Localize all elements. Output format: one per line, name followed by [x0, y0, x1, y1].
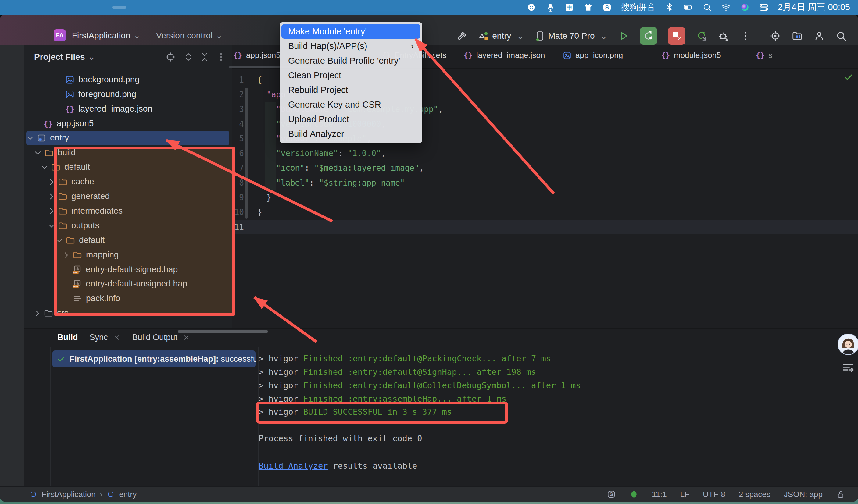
editor-tab-app_icon.png[interactable]: app_icon.png	[562, 51, 623, 60]
editor-tab-s[interactable]: s	[756, 51, 772, 60]
run-configuration-selector[interactable]: entry⌄	[478, 30, 524, 42]
project-view-selector[interactable]: Project Files⌄	[34, 52, 95, 62]
tree-row-foreground.png[interactable]: foreground.png	[25, 87, 232, 102]
panel-options-icon[interactable]	[216, 52, 226, 62]
inspections-ok-icon[interactable]	[843, 72, 854, 82]
assistant-avatar[interactable]	[838, 334, 858, 355]
tree-chevron-icon[interactable]	[33, 309, 42, 318]
build-menu-item-Build Hap(s)/APP(s)[interactable]: Build Hap(s)/APP(s) ›	[282, 39, 420, 53]
tab-label: Build Output	[132, 333, 178, 342]
more-actions-button[interactable]	[740, 30, 751, 42]
menu-bar-clock[interactable]: 2月4日 周三 00:05	[778, 1, 850, 13]
indent-setting[interactable]: 2 spaces	[739, 490, 770, 499]
rerun-button[interactable]	[696, 30, 708, 42]
menu-item[interactable]	[84, 6, 98, 9]
build-panel-tabs: Build Sync Build Output	[57, 333, 190, 342]
tree-row-app.json5[interactable]: app.json5	[25, 116, 232, 131]
file-encoding[interactable]: UTF-8	[703, 490, 725, 499]
status-icon[interactable]	[664, 2, 674, 12]
status-icon[interactable]	[583, 2, 593, 12]
sync-running-button[interactable]	[640, 27, 657, 45]
menu-item[interactable]	[182, 6, 196, 9]
codegenie-icon[interactable]	[607, 490, 616, 499]
caret-position[interactable]: 11:1	[652, 490, 667, 499]
run-button[interactable]	[618, 30, 629, 42]
locate-file-icon[interactable]	[165, 52, 176, 62]
status-icon[interactable]	[721, 2, 731, 12]
menu-item[interactable]	[112, 6, 126, 9]
menu-item[interactable]	[140, 6, 154, 9]
project-name-menu[interactable]: FirstApplication⌄	[72, 31, 141, 40]
module-icon	[29, 490, 37, 498]
close-tab-icon[interactable]	[113, 334, 121, 342]
menu-item[interactable]	[98, 6, 112, 9]
build-panel-tab-Sync[interactable]: Sync	[90, 333, 121, 342]
menu-item[interactable]	[126, 6, 140, 9]
build-menu-item-Upload Product[interactable]: Upload Product	[282, 112, 420, 127]
build-menu-item-Clean Project[interactable]: Clean Project	[282, 68, 420, 83]
menu-item[interactable]	[14, 6, 28, 9]
status-icon[interactable]	[683, 2, 693, 12]
tree-row-layered_image.json[interactable]: layered_image.json	[25, 102, 232, 116]
line-ending[interactable]: LF	[680, 490, 689, 499]
menu-item[interactable]	[154, 6, 168, 9]
build-result-row[interactable]: FirstApplication [entry:assembleHap]: su…	[52, 351, 255, 368]
menu-item[interactable]	[42, 6, 56, 9]
build-menu-item-Generate Key and CSR[interactable]: Generate Key and CSR	[282, 97, 420, 112]
build-menu-item-Generate Build Profile 'entry'[interactable]: Generate Build Profile 'entry'	[282, 53, 420, 68]
status-icon[interactable]	[759, 2, 769, 12]
breadcrumb: FirstApplication › entry	[0, 490, 137, 499]
vcs-menu[interactable]: Version control⌄	[156, 31, 223, 40]
project-avatar[interactable]: FA	[54, 29, 66, 42]
breadcrumb-project[interactable]: FirstApplication	[42, 490, 96, 499]
assistant-panel-icon[interactable]	[841, 360, 856, 375]
build-hammer-icon[interactable]	[456, 30, 468, 42]
debug-attach-button[interactable]	[718, 30, 729, 42]
breadcrumb-module[interactable]: entry	[119, 490, 137, 499]
device-selector[interactable]: Mate 70 Pro⌄	[534, 30, 607, 42]
build-menu-item-Rebuild Project[interactable]: Rebuild Project	[282, 83, 420, 97]
code-line: }	[257, 205, 262, 220]
status-bar-widgets: 11:1 LF UTF-8 2 spaces JSON: app	[607, 490, 858, 499]
tree-item-icon	[65, 90, 75, 99]
tree-chevron-icon[interactable]	[33, 148, 42, 158]
build-analyzer-link[interactable]: Build Analyzer	[258, 461, 328, 471]
lock-icon[interactable]	[836, 490, 845, 499]
device-status-dot-icon[interactable]	[629, 490, 638, 499]
annotation-red-box	[54, 147, 235, 316]
fold-region-bar[interactable]	[245, 88, 248, 219]
stop-button[interactable]	[668, 27, 685, 45]
status-icon[interactable]	[702, 2, 712, 12]
close-tab-icon[interactable]	[182, 334, 190, 342]
status-icon[interactable]	[740, 2, 750, 12]
profiler-button[interactable]	[769, 30, 781, 42]
status-icon[interactable]	[565, 2, 574, 12]
editor-tab-module.json5[interactable]: module.json5	[661, 51, 721, 60]
code-line: "versionName": "1.0.0",	[276, 146, 386, 161]
tree-chevron-icon[interactable]	[40, 163, 49, 172]
panel-resize-handle[interactable]	[178, 330, 268, 333]
editor-tab-app.json5[interactable]: app.json5	[233, 51, 281, 60]
status-icon[interactable]	[602, 2, 612, 12]
search-everywhere-button[interactable]	[836, 30, 847, 42]
tree-row-entry[interactable]: entry	[25, 131, 232, 145]
status-icon[interactable]	[527, 2, 536, 12]
expand-all-icon[interactable]	[183, 52, 194, 62]
build-menu-item-Make Module 'entry'[interactable]: Make Module 'entry'	[282, 24, 420, 39]
input-method-label[interactable]: 搜狗拼音	[621, 1, 655, 13]
build-menu-item-Build Analyzer[interactable]: Build Analyzer	[282, 127, 420, 141]
menu-item[interactable]	[168, 6, 182, 9]
menu-item[interactable]	[70, 6, 84, 9]
tree-chevron-icon[interactable]	[26, 133, 35, 143]
build-panel-tab-Build Output[interactable]: Build Output	[132, 333, 191, 342]
account-button[interactable]	[813, 30, 825, 42]
device-file-browser-button[interactable]	[792, 30, 803, 42]
tree-row-background.png[interactable]: background.png	[25, 72, 232, 87]
build-panel-tab-Build[interactable]: Build	[57, 333, 78, 342]
menu-item[interactable]	[56, 6, 70, 9]
editor-tab-layered_image.json[interactable]: layered_image.json	[463, 51, 545, 60]
file-type[interactable]: JSON: app	[784, 490, 823, 499]
menu-item[interactable]	[28, 6, 42, 9]
status-icon[interactable]	[545, 2, 555, 12]
collapse-all-icon[interactable]	[200, 52, 210, 62]
